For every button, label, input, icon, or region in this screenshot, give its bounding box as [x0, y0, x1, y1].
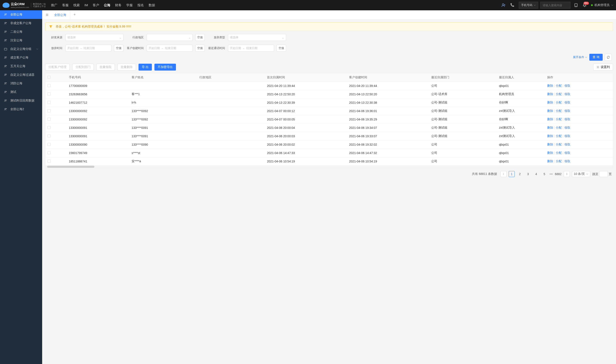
row-checkbox[interactable]	[48, 118, 51, 121]
row-delete-link[interactable]: 删除	[547, 92, 553, 96]
select-abandon-type[interactable]: 请选择⌄	[228, 34, 286, 41]
empty-btn-last-call[interactable]: 空值	[277, 45, 286, 52]
topnav-item[interactable]: 学服	[126, 3, 133, 7]
sidebar-item[interactable]: 自定义公海分组	[0, 45, 42, 53]
topnav-item[interactable]: 报名	[137, 3, 144, 7]
row-claim-link[interactable]: 领取	[564, 134, 570, 138]
row-delete-link[interactable]: 删除	[547, 109, 553, 113]
daterange-abandon[interactable]: 开始日期~结束日期	[65, 45, 111, 52]
row-claim-link[interactable]: 领取	[564, 92, 570, 96]
sidebar-item[interactable]: 测试昨日回库数据	[0, 96, 42, 105]
tab-list-icon[interactable]	[44, 13, 50, 17]
daterange-create[interactable]: 开始日期~结束日期	[147, 45, 193, 52]
row-claim-link[interactable]: 领取	[564, 151, 570, 155]
row-assign-link[interactable]: 分配	[556, 151, 562, 155]
page-prev[interactable]	[500, 171, 507, 177]
topnav-item[interactable]: 公海	[104, 3, 110, 7]
refresh-button[interactable]	[605, 54, 612, 61]
empty-btn-create-time[interactable]: 空值	[195, 45, 205, 52]
tab-add[interactable]: +	[70, 10, 79, 19]
topnav-item[interactable]: 数据	[149, 3, 155, 7]
row-delete-link[interactable]: 删除	[547, 151, 553, 155]
tablet-icon[interactable]	[574, 3, 578, 7]
page-4[interactable]: 4	[533, 171, 539, 177]
page-5[interactable]: 5	[541, 171, 547, 177]
row-claim-link[interactable]: 领取	[564, 143, 570, 146]
row-delete-link[interactable]: 删除	[547, 117, 553, 121]
horizontal-scrollbar[interactable]	[45, 166, 613, 168]
page-size-select[interactable]: 10 条/页	[572, 171, 590, 177]
row-claim-link[interactable]: 领取	[564, 101, 570, 104]
row-assign-link[interactable]: 分配	[556, 101, 562, 104]
row-checkbox[interactable]	[48, 134, 51, 137]
row-checkbox[interactable]	[48, 160, 51, 163]
row-claim-link[interactable]: 领取	[564, 84, 570, 87]
user-menu[interactable]: 机构管理员	[591, 3, 613, 7]
sidebar-item[interactable]: 全部公海	[0, 10, 42, 19]
row-delete-link[interactable]: 删除	[547, 126, 553, 129]
search-type-select[interactable]: 手机号码	[519, 2, 538, 9]
row-checkbox[interactable]	[48, 101, 51, 104]
batch-delete-button[interactable]: 批量删除	[117, 64, 136, 71]
page-next[interactable]	[564, 171, 570, 177]
tab-all-public[interactable]: 全部公海	[50, 10, 70, 19]
batch-claim-button[interactable]: 批量领取	[96, 64, 115, 71]
topnav-item[interactable]: 客服	[62, 3, 69, 7]
topnav-item[interactable]: 推广	[51, 3, 57, 7]
query-button[interactable]: 查 询	[589, 54, 603, 61]
row-checkbox[interactable]	[48, 126, 51, 129]
row-assign-link[interactable]: 分配	[556, 143, 562, 146]
sidebar-item[interactable]: 五月天公海	[0, 62, 42, 71]
expand-filters-link[interactable]: 展开条件	[573, 55, 587, 59]
row-delete-link[interactable]: 删除	[547, 159, 553, 163]
page-1[interactable]: 1	[509, 171, 515, 177]
page-last[interactable]: 6882	[555, 171, 562, 177]
phone-icon[interactable]	[510, 3, 514, 8]
row-assign-link[interactable]: 分配	[556, 159, 562, 163]
assign-manager-button[interactable]: 分配客户经理	[45, 64, 70, 71]
topnav-item[interactable]: 线索	[73, 3, 80, 7]
row-checkbox[interactable]	[48, 151, 51, 154]
sidebar-item[interactable]: 注安公海	[0, 36, 42, 45]
export-plain-button[interactable]: 不加密导出	[154, 64, 176, 71]
sidebar-item[interactable]: 消防公海	[0, 79, 42, 88]
export-button[interactable]: 导 出	[139, 64, 152, 71]
search-input[interactable]	[543, 4, 579, 7]
page-2[interactable]: 2	[517, 171, 523, 177]
row-checkbox[interactable]	[48, 143, 51, 146]
logo[interactable]: 云朵CRM www.yunduocrm.com 教育机构一站 式服务云平台	[3, 2, 46, 8]
row-assign-link[interactable]: 分配	[556, 117, 562, 121]
row-delete-link[interactable]: 删除	[547, 134, 553, 138]
row-claim-link[interactable]: 领取	[564, 117, 570, 121]
sidebar-item[interactable]: 测试	[0, 88, 42, 96]
empty-btn-abandon-time[interactable]: 空值	[114, 45, 123, 52]
add-user-icon[interactable]	[501, 3, 506, 8]
row-delete-link[interactable]: 删除	[547, 84, 553, 87]
select-friend-source[interactable]: 请选择⌄	[65, 34, 123, 41]
row-checkbox[interactable]	[48, 92, 51, 95]
row-claim-link[interactable]: 领取	[564, 109, 570, 113]
select-area[interactable]: ⌄	[147, 34, 193, 41]
row-checkbox[interactable]	[48, 84, 51, 87]
row-delete-link[interactable]: 删除	[547, 143, 553, 146]
set-columns-button[interactable]: 设置列	[593, 64, 613, 71]
row-assign-link[interactable]: 分配	[556, 109, 562, 113]
row-delete-link[interactable]: 删除	[547, 101, 553, 104]
row-assign-link[interactable]: 分配	[556, 84, 562, 87]
daterange-last-call[interactable]: 开始日期~结束日期	[228, 45, 274, 52]
sidebar-item[interactable]: 二咨公海	[0, 27, 42, 36]
select-all-checkbox[interactable]	[48, 76, 51, 79]
row-assign-link[interactable]: 分配	[556, 134, 562, 138]
sidebar-item[interactable]: 自定义公海过滤器	[0, 71, 42, 79]
sidebar-item[interactable]: 非成交客户公海	[0, 19, 42, 27]
notifications[interactable]: 99+	[582, 3, 587, 7]
assign-dept-button[interactable]: 分配到部门	[72, 64, 94, 71]
page-jump-input[interactable]	[599, 171, 608, 177]
empty-btn-area[interactable]: 空值	[195, 34, 205, 41]
topnav-item[interactable]: 财务	[115, 3, 122, 7]
row-claim-link[interactable]: 领取	[564, 126, 570, 129]
sidebar-item[interactable]: 全部公海2	[0, 105, 42, 114]
sidebar-item[interactable]: 成交客户公海	[0, 53, 42, 62]
topnav-item[interactable]: 客户	[93, 3, 99, 7]
row-checkbox[interactable]	[48, 109, 51, 112]
